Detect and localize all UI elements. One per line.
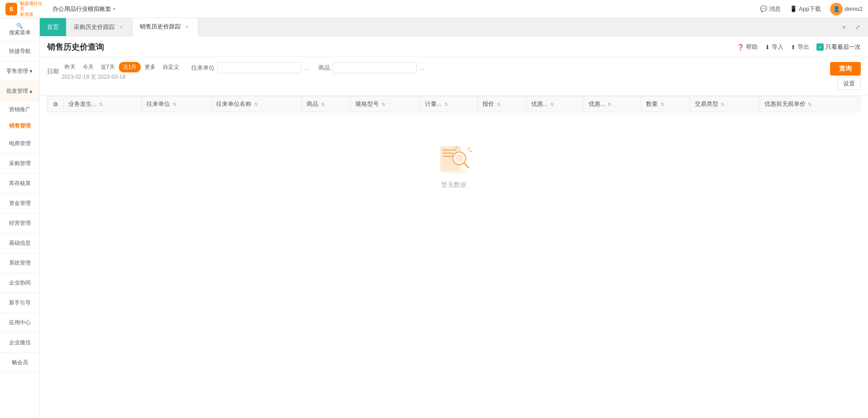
help-button[interactable]: ❓ 帮助 [737, 43, 758, 51]
customer-label: 往来单位 [191, 64, 215, 72]
sort-icon: ⇅ [660, 102, 664, 107]
table-col-spec[interactable]: 规格型号 ⇅ [351, 96, 420, 112]
date-btn-more[interactable]: 更多 [142, 62, 159, 72]
date-block: 昨天 今天 近7天 近1月 更多 自定义 2023-02-18 至 2023-0… [61, 62, 182, 81]
sidebar-item-shortcuts[interactable]: 快捷导航 [0, 42, 39, 62]
sidebar-item-system[interactable]: 系统管理 [0, 253, 39, 273]
customer-input[interactable] [217, 62, 302, 73]
table-area: ⚙ 业务发生... ⇅ 往来单位 ⇅ 往来单位名称 [40, 96, 868, 216]
table-header-row: ⚙ 业务发生... ⇅ 往来单位 ⇅ 往来单位名称 [47, 96, 861, 112]
logo-icon: 6 [5, 3, 17, 15]
query-button[interactable]: 查询 [830, 62, 861, 76]
sidebar-item-sales[interactable]: 销售管理 [0, 118, 39, 134]
table-col-pretax-price[interactable]: 优惠前无税单价 ⇅ [760, 96, 860, 112]
tab-controls: × ⤢ [834, 22, 868, 32]
chevron-icon: ▼ [29, 69, 33, 74]
table-col-discount2[interactable]: 优惠... ⇅ [584, 96, 641, 112]
window-maximize-button[interactable]: ⤢ [853, 22, 863, 32]
tab-purchase-history[interactable]: 采购历史价跟踪 × [66, 18, 132, 36]
sort-icon: ⇅ [444, 102, 448, 107]
message-button[interactable]: 💬 消息 [760, 5, 781, 13]
date-btn-today[interactable]: 今天 [80, 62, 97, 72]
date-btn-7days[interactable]: 近7天 [98, 62, 118, 72]
sidebar-item-operations[interactable]: 经营管理 [0, 214, 39, 233]
date-btn-1month[interactable]: 近1月 [119, 62, 141, 72]
sidebar-item-vip[interactable]: 畅会员 [0, 353, 39, 373]
import-button[interactable]: ⬇ 导入 [765, 43, 783, 51]
svg-line-9 [467, 147, 470, 149]
sidebar-item-search[interactable]: 🔍 搜索菜单 [0, 18, 39, 42]
tab-home[interactable]: 首页 [40, 18, 66, 36]
chevron-down-icon: ▾ [113, 6, 115, 11]
company-selector[interactable]: 办公用品行业模拟账套 ▾ [49, 3, 119, 15]
table-col-quote-price[interactable]: 报价 ⇅ [478, 96, 527, 112]
table-col-unit[interactable]: 计量... ⇅ [420, 96, 478, 112]
sidebar-item-inventory[interactable]: 库存核算 [0, 174, 39, 194]
table-col-trade-type[interactable]: 交易类型 ⇅ [690, 96, 760, 112]
sidebar-item-weixin[interactable]: 企业微信 [0, 333, 39, 353]
logo-area: 6 畅捷通好生意 标准版 [5, 1, 45, 17]
user-menu-button[interactable]: 👤 demo2 [830, 3, 863, 15]
sidebar-item-guide[interactable]: 新手引导 [0, 293, 39, 313]
goods-input[interactable] [333, 62, 417, 73]
tab-close-sales[interactable]: × [184, 23, 191, 30]
only-last-checkbox[interactable]: ✓ [816, 43, 824, 51]
table-col-partner-name[interactable]: 往来单位名称 ⇅ [212, 96, 302, 112]
table-col-quantity[interactable]: 数量 ⇅ [641, 96, 690, 112]
date-btn-custom[interactable]: 自定义 [160, 62, 182, 72]
sort-icon: ⇅ [497, 102, 500, 107]
export-button[interactable]: ⬆ 导出 [791, 43, 809, 51]
sidebar-item-retail[interactable]: 零售管理 ▼ [0, 62, 39, 81]
avatar: 👤 [830, 3, 843, 15]
phone-icon: 📱 [790, 5, 797, 12]
sort-icon: ⇅ [608, 102, 611, 107]
app-download-button[interactable]: 📱 App下载 [790, 5, 821, 13]
tab-close-purchase[interactable]: × [118, 24, 125, 31]
window-close-button[interactable]: × [839, 22, 849, 32]
sidebar-item-wholesale[interactable]: 批发管理 ▲ [0, 81, 39, 101]
help-icon: ❓ [737, 44, 744, 51]
customer-picker-button[interactable]: ... [304, 64, 309, 71]
page-title: 销售历史价查询 [47, 42, 104, 52]
date-label: 日期 [47, 67, 59, 76]
goods-picker-button[interactable]: ... [420, 64, 425, 71]
table-col-settings[interactable]: ⚙ [47, 96, 64, 112]
page-header: 销售历史价查询 ❓ 帮助 ⬇ 导入 ⬆ 导出 ✓ [40, 36, 868, 57]
sidebar-item-apps[interactable]: 应用中心 [0, 313, 39, 333]
sidebar: 🔍 搜索菜单 快捷导航 零售管理 ▼ 批发管理 ▲ 营销推广 销售管理 电商管理… [0, 18, 40, 418]
content-area: 首页 采购历史价跟踪 × 销售历史价跟踪 × × ⤢ 销售历史价查询 [40, 18, 868, 418]
main-layout: 🔍 搜索菜单 快捷导航 零售管理 ▼ 批发管理 ▲ 营销推广 销售管理 电商管理… [0, 18, 868, 418]
page-content: 销售历史价查询 ❓ 帮助 ⬇ 导入 ⬆ 导出 ✓ [40, 36, 868, 418]
table-col-discount1[interactable]: 优惠... ⇅ [526, 96, 584, 112]
table-col-partner-code[interactable]: 往来单位 ⇅ [142, 96, 212, 112]
table-col-goods[interactable]: 商品 ⇅ [302, 96, 351, 112]
empty-text: 暂无数据 [441, 181, 467, 189]
top-header: 6 畅捷通好生意 标准版 办公用品行业模拟账套 ▾ 💬 消息 📱 App下载 👤… [0, 0, 868, 18]
message-icon: 💬 [760, 5, 767, 12]
logo-text: 畅捷通好生意 标准版 [20, 1, 45, 17]
sort-icon: ⇅ [254, 102, 258, 107]
sort-icon: ⇅ [382, 102, 385, 107]
search-icon: 🔍 [16, 23, 23, 29]
only-last-checkbox-group[interactable]: ✓ 只看最后一次 [816, 43, 861, 51]
table-col-business-date[interactable]: 业务发生... ⇅ [64, 96, 142, 112]
filter-settings-button[interactable]: 设置 [837, 77, 861, 90]
svg-rect-2 [443, 149, 456, 151]
filter-right-actions: 查询 设置 [830, 62, 861, 90]
svg-point-6 [455, 154, 463, 162]
tab-bar: 首页 采购历史价跟踪 × 销售历史价跟踪 × × ⤢ [40, 18, 868, 36]
filter-bar: 日期 昨天 今天 近7天 近1月 更多 自定义 2023-02-18 至 202… [40, 57, 868, 96]
date-buttons: 昨天 今天 近7天 近1月 更多 自定义 [61, 62, 182, 72]
sidebar-item-ecommerce[interactable]: 电商管理 [0, 134, 39, 154]
sidebar-item-enterprise[interactable]: 企业协同 [0, 273, 39, 293]
date-range-text: 2023-02-18 至 2023-03-18 [61, 73, 182, 81]
customer-input-group: ... [217, 62, 309, 73]
header-actions: 💬 消息 📱 App下载 👤 demo2 [760, 3, 863, 15]
sidebar-item-marketing[interactable]: 营销推广 [0, 101, 39, 118]
sidebar-item-purchase[interactable]: 采购管理 [0, 154, 39, 174]
svg-rect-3 [443, 152, 454, 154]
sidebar-item-finance[interactable]: 资金管理 [0, 194, 39, 214]
tab-sales-history[interactable]: 销售历史价跟踪 × [132, 18, 198, 36]
sidebar-item-basics[interactable]: 基础信息 [0, 233, 39, 253]
date-btn-yesterday[interactable]: 昨天 [61, 62, 79, 72]
